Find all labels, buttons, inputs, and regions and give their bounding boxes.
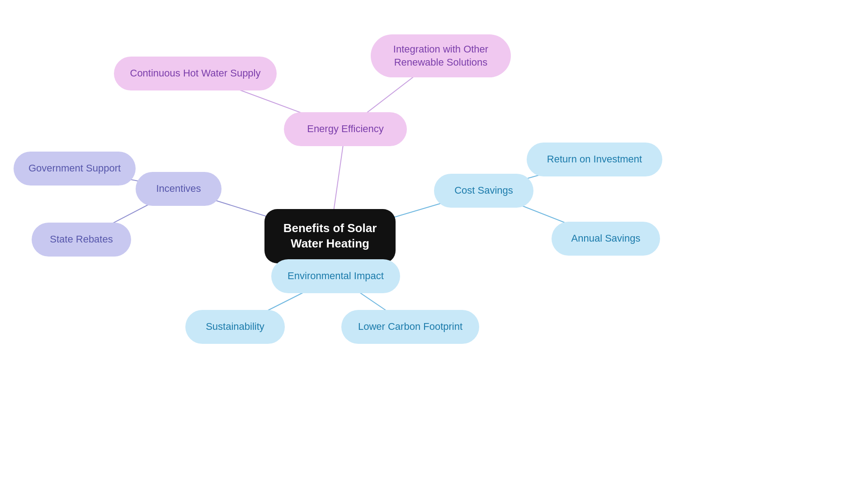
state-rebates-label: State Rebates	[50, 233, 113, 246]
lower-carbon-node: Lower Carbon Footprint	[341, 310, 479, 344]
integration-node: Integration with Other Renewable Solutio…	[371, 34, 511, 77]
cost-savings-node: Cost Savings	[434, 174, 533, 208]
energy-efficiency-node: Energy Efficiency	[284, 112, 407, 146]
continuous-hot-water-label: Continuous Hot Water Supply	[130, 67, 261, 80]
sustainability-node: Sustainability	[185, 310, 285, 344]
incentives-label: Incentives	[156, 182, 201, 195]
energy-efficiency-label: Energy Efficiency	[307, 123, 384, 136]
lower-carbon-label: Lower Carbon Footprint	[358, 320, 462, 333]
continuous-hot-water-node: Continuous Hot Water Supply	[114, 57, 277, 90]
annual-savings-node: Annual Savings	[552, 222, 660, 256]
government-support-node: Government Support	[14, 152, 136, 186]
integration-label: Integration with Other Renewable Solutio…	[382, 43, 500, 69]
sustainability-label: Sustainability	[206, 320, 264, 333]
environmental-impact-label: Environmental Impact	[288, 270, 384, 283]
annual-savings-label: Annual Savings	[571, 232, 641, 245]
incentives-node: Incentives	[136, 172, 222, 206]
return-on-investment-label: Return on Investment	[547, 153, 642, 166]
cost-savings-label: Cost Savings	[454, 184, 513, 197]
government-support-label: Government Support	[28, 162, 121, 175]
return-on-investment-node: Return on Investment	[527, 143, 662, 176]
environmental-impact-node: Environmental Impact	[271, 259, 400, 293]
center-node: Benefits of Solar Water Heating	[264, 209, 396, 263]
state-rebates-node: State Rebates	[32, 223, 131, 257]
center-node-label: Benefits of Solar Water Heating	[275, 221, 385, 252]
